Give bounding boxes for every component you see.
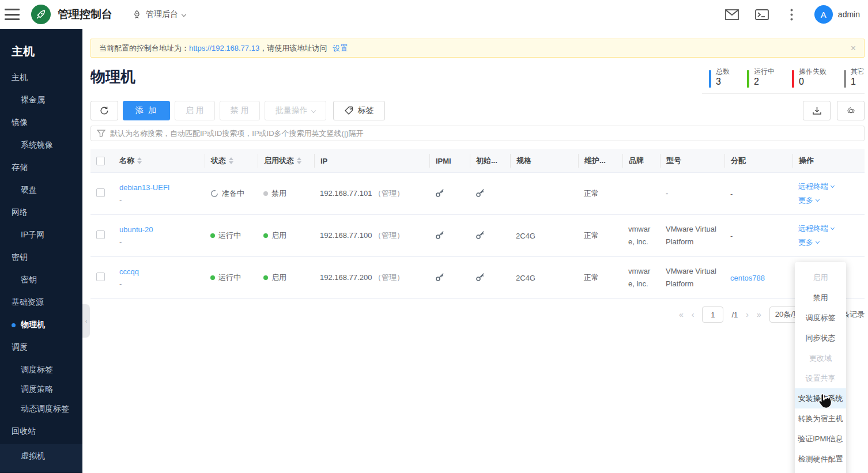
remote-terminal-link[interactable]: 远程终端 [798,222,859,236]
row-checkbox[interactable] [96,188,105,197]
menu-item-启用[interactable]: 启用 [795,267,846,287]
header-分配: 分配 [724,154,792,168]
cell-allocation: centos788 [724,274,792,282]
sidebar-item-11-active[interactable]: 物理机 [0,315,82,335]
menu-item-调度标签[interactable]: 调度标签 [795,308,846,328]
header-label: 分配 [731,156,746,166]
cell-ip: 192.168.77.200 （管理） [314,273,429,283]
sidebar-item-1[interactable]: 裸金属 [0,90,82,110]
app-logo-icon[interactable] [31,5,51,24]
header-label: IPMI [436,157,451,165]
sidebar-collapse-handle[interactable]: ‹ [82,304,90,338]
sidebar-item-9[interactable]: 密钥 [0,270,82,290]
table-header-row: 名称状态启用状态IPIPMI初始...规格维护...品牌型号分配操作 [90,149,865,173]
cell-init [470,188,510,199]
sidebar-item-label: 存储 [12,162,28,173]
menu-item-更改域[interactable]: 更改域 [795,348,846,368]
allocation-link[interactable]: centos788 [730,274,765,282]
last-page-button[interactable]: » [757,310,761,319]
table-settings-button[interactable] [837,101,865,120]
key-icon [475,230,485,240]
sidebar-item-5[interactable]: 硬盘 [0,180,82,200]
remote-terminal-link[interactable]: 远程终端 [798,180,859,194]
init-key-icon[interactable] [475,275,485,283]
menu-item-设置共享[interactable]: 设置共享 [795,368,846,388]
ip-tag: （管理） [372,231,404,240]
sidebar-item-4[interactable]: 存储 [0,155,82,180]
ipmi-key-icon[interactable] [435,233,445,241]
sidebar-item-15[interactable]: 动态调度标签 [0,399,82,419]
sidebar-item-17[interactable]: 虚拟机 [0,444,82,472]
hamburger-menu-icon[interactable] [5,9,20,20]
sidebar-item-0[interactable]: 主机 [0,65,82,90]
console-address-link[interactable]: https://192.168.77.13 [189,44,259,52]
sidebar-item-3[interactable]: 系统镜像 [0,135,82,155]
header-label: 品牌 [629,156,644,166]
sort-icon[interactable] [297,157,301,164]
init-key-icon[interactable] [475,233,485,241]
search-input[interactable] [110,129,858,138]
status-dot-icon [210,233,215,238]
ipmi-key-icon[interactable] [435,191,445,199]
current-page-input[interactable]: 1 [702,306,723,323]
header-label: 初始... [476,156,497,166]
select-all-checkbox[interactable] [96,157,105,165]
sidebar-item-13[interactable]: 调度标签 [0,360,82,380]
sidebar-item-14[interactable]: 调度策略 [0,380,82,399]
batch-actions-button[interactable]: 批量操作 [265,101,326,120]
cell-allocation: - [724,232,792,240]
header-IPMI: IPMI [429,154,470,168]
menu-item-安装操作系统[interactable]: 安装操作系统 [795,388,846,408]
menu-item-检测硬件配置[interactable]: 检测硬件配置 [795,449,846,469]
add-button[interactable]: 添 加 [123,101,170,120]
init-key-icon[interactable] [475,191,485,199]
table-body: debian13-UEFI-准备中禁用192.168.77.101 （管理）正常… [90,173,865,299]
next-page-button[interactable]: › [746,310,749,319]
tag-button[interactable]: 标签 [333,101,385,120]
status-label: 准备中 [222,188,244,199]
host-name-link[interactable]: debian13-UEFI [119,183,169,192]
menu-item-禁用[interactable]: 禁用 [795,287,846,308]
sidebar-item-10[interactable]: 基础资源 [0,290,82,315]
sidebar-item-12[interactable]: 调度 [0,335,82,360]
disable-button[interactable]: 禁 用 [220,101,260,120]
mail-icon[interactable] [724,7,739,22]
ip-tag: （管理） [372,273,404,282]
kebab-menu-icon[interactable] [784,7,799,22]
sidebar-item-2[interactable]: 镜像 [0,110,82,135]
cell-model: VMware Virtual Platform [660,223,724,248]
sidebar-item-16[interactable]: 回收站 [0,419,82,444]
refresh-button[interactable] [90,101,118,120]
sidebar-nav: 主机裸金属镜像系统镜像存储硬盘网络IP子网密钥密钥基础资源物理机调度调度标签调度… [0,65,82,472]
enable-button[interactable]: 启 用 [175,101,215,120]
more-actions-link[interactable]: 更多 [798,194,859,207]
row-checkbox[interactable] [96,230,105,239]
first-page-button[interactable]: « [679,310,684,319]
host-name-link[interactable]: cccqq [119,267,139,276]
status-badge: 运行中 [210,273,252,283]
chevron-down-icon [182,12,186,17]
more-actions-menu: 启用禁用调度标签同步状态更改域设置共享安装操作系统转换为宿主机验证IPMI信息检… [795,262,846,473]
row-checkbox[interactable] [96,273,105,281]
key-icon [435,188,445,198]
prev-page-button[interactable]: ‹ [692,310,695,319]
terminal-icon[interactable] [754,7,769,22]
export-button[interactable] [803,101,831,120]
sort-icon[interactable] [137,157,142,164]
menu-item-转换为宿主机[interactable]: 转换为宿主机 [795,408,846,429]
host-name-link[interactable]: ubuntu-20 [119,225,153,234]
user-menu[interactable]: A admin [814,5,860,24]
menu-item-删除[interactable]: 删除 [795,469,846,473]
menu-item-同步状态[interactable]: 同步状态 [795,328,846,348]
ipmi-key-icon[interactable] [435,275,445,283]
sidebar-item-6[interactable]: 网络 [0,200,82,225]
download-icon [812,106,822,116]
banner-settings-link[interactable]: 设置 [333,43,348,54]
sidebar-item-8[interactable]: 密钥 [0,245,82,270]
more-actions-link[interactable]: 更多 [798,236,859,249]
menu-item-验证IPMI信息[interactable]: 验证IPMI信息 [795,429,846,449]
banner-close-icon[interactable]: × [851,44,856,53]
workspace-switcher[interactable]: 管理后台 [132,9,186,20]
sort-icon[interactable] [229,157,233,164]
sidebar-item-7[interactable]: IP子网 [0,225,82,245]
